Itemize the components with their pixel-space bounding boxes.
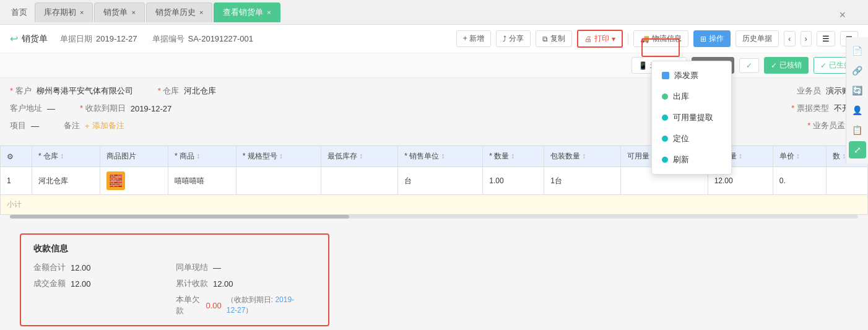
locate-item[interactable]: 定位 (652, 128, 731, 149)
copy-button[interactable]: ⧉ 复制 (536, 30, 572, 47)
print-icon: 🖨 (584, 35, 592, 43)
sidebar-user-icon[interactable]: 👤 (849, 102, 866, 119)
cell-sales-unit: 台 (398, 167, 483, 195)
same-order-label: 同单现结 (176, 262, 208, 273)
verified-button[interactable]: ✓ 已核销 (764, 57, 809, 74)
locate-label: 定位 (673, 133, 689, 144)
right-sidebar: 📄 🔗 🔄 👤 📋 ⤢ (846, 37, 868, 163)
col-spec: * 规格型号↕ (236, 146, 321, 167)
new-button[interactable]: + 新增 (456, 30, 491, 47)
window-close-icon[interactable]: × (839, 9, 846, 22)
cell-amount (826, 167, 867, 195)
transaction-value: 12.00 (71, 279, 91, 289)
doc-type-icon: ↩ (10, 33, 18, 45)
col-quantity: * 数量↕ (483, 146, 544, 167)
next-button[interactable]: › (801, 31, 812, 46)
tab-bar: 首页 库存期初 × 销货单 × 销货单历史 × 查看销货单 × × (0, 0, 868, 25)
warehouse-field: 仓库 河北仓库 (158, 85, 217, 97)
cell-index: 1 (1, 167, 32, 195)
doc-header: ↩ 销货单 单据日期 2019-12-27 单据编号 SA-20191227-0… (0, 25, 868, 53)
sidebar-expand-icon[interactable]: ⤢ (849, 141, 866, 158)
cell-product-name: 嘻嘻嘻嘻 (168, 167, 236, 195)
divider (628, 33, 628, 45)
doc-date-value: 2019-12-27 (96, 34, 137, 43)
tab-sales[interactable]: 销货单 × (94, 2, 144, 22)
doc-meta: 单据日期 2019-12-27 单据编号 SA-20191227-001 (60, 33, 444, 45)
truck-icon: 🚚 (640, 35, 649, 43)
print-button[interactable]: 🖨 打印 ▾ (577, 30, 623, 48)
note-field: 备注 + 添加备注 (64, 120, 124, 131)
customer-value: 柳州粤港平安气体有限公司 (37, 85, 133, 97)
settings-icon[interactable]: ⚙ (7, 152, 14, 161)
prev-button[interactable]: ‹ (784, 31, 795, 46)
sidebar-doc-icon[interactable]: 📄 (849, 42, 866, 59)
salesperson-label: 业务员孟 (807, 120, 845, 131)
staff-label: 业务员 (797, 85, 821, 97)
col-pack-qty: 包装数量↕ (544, 146, 621, 167)
cell-unit-price: 0. (773, 167, 826, 195)
tab-inventory[interactable]: 库存期初 × (35, 2, 93, 22)
close-tab-sales-history[interactable]: × (199, 9, 203, 16)
address-value: — (47, 104, 55, 113)
square-icon (662, 72, 669, 79)
doc-actions: + 新增 ⤴ 分享 ⧉ 复制 🖨 打印 ▾ 🚚 物流信息 ⊞ 操作 (456, 30, 858, 48)
subtotal-label: 小计 (1, 195, 868, 215)
warehouse-label: 仓库 (158, 85, 180, 97)
operations-button[interactable]: ⊞ 操作 (693, 30, 731, 47)
close-tab-view-sales[interactable]: × (267, 9, 271, 16)
address-label: 客户地址 (10, 103, 42, 114)
available-qty-item[interactable]: 可用量提取 (652, 107, 731, 128)
add-note-button[interactable]: + 添加备注 (85, 120, 124, 131)
payment-section: 收款信息 金额合计 12.00 同单现结 — 成交金额 12.00 累计收款 1… (20, 233, 329, 326)
table-wrapper: ⚙ * 仓库↕ 商品图片 * 商品↕ * 规格型号↕ 最低库存↕ * 销售单位↕… (0, 145, 868, 224)
col-product-img: 商品图片 (100, 146, 168, 167)
add-invoice-item[interactable]: 添发票 (652, 65, 731, 86)
horizontal-scrollbar[interactable] (10, 215, 858, 219)
note-label: 备注 (64, 120, 80, 131)
tab-sales-history[interactable]: 销货单历史 × (146, 2, 212, 22)
history-button[interactable]: 历史单据 (736, 30, 779, 47)
scroll-thumb[interactable] (10, 215, 349, 219)
tab-view-sales[interactable]: 查看销货单 × (214, 2, 280, 22)
plus-icon: + (85, 121, 90, 131)
logistics-button[interactable]: 🚚 物流信息 (633, 30, 688, 47)
address-field: 客户地址 — (10, 103, 55, 114)
dot-icon-2 (662, 115, 668, 121)
refresh-item[interactable]: 刷新 (652, 149, 731, 170)
add-note-label: 添加备注 (92, 120, 124, 131)
list-view-button[interactable]: ☰ (817, 31, 835, 46)
total-amount-value: 12.00 (71, 263, 91, 272)
add-invoice-label: 添发票 (674, 70, 698, 81)
close-tab-sales[interactable]: × (131, 9, 135, 16)
close-tab-inventory[interactable]: × (80, 9, 84, 16)
due-date: 2019-12-27 (227, 295, 294, 315)
ticket-type-label: 票据类型 (791, 103, 829, 114)
share-icon: ⤴ (503, 35, 506, 43)
copy-icon: ⧉ (542, 35, 548, 43)
col-sales-unit: * 销售单位↕ (398, 146, 483, 167)
doc-date-label: 单据日期 (60, 33, 92, 45)
phone-icon: 📱 (638, 61, 648, 70)
sidebar-link-icon[interactable]: 🔗 (849, 62, 866, 79)
sidebar-list-icon[interactable]: 📋 (849, 121, 866, 139)
cell-warehouse: 河北仓库 (32, 167, 100, 195)
doc-type-label: 销货单 (22, 33, 48, 45)
col-unit-price: 单价↕ (773, 146, 826, 167)
checkmark-button[interactable]: ✓ (739, 58, 759, 73)
due-item: 本单欠款 0.00 （收款到期日: 2019-12-27） (176, 294, 300, 316)
cell-pack-qty: 1台 (544, 167, 621, 195)
customer-label: 客户 (10, 85, 32, 97)
share-button[interactable]: ⤴ 分享 (496, 30, 531, 47)
status-row: 📱 来自手机 ● 未开票 ✓ ✓ 已核销 ✓ 已生效 (0, 53, 868, 78)
transaction-item: 成交金额 12.00 (33, 278, 157, 289)
col-settings[interactable]: ⚙ (1, 146, 32, 167)
sidebar-sync-icon[interactable]: 🔄 (849, 82, 866, 99)
dot-icon-4 (662, 157, 668, 163)
effective-icon: ✓ (820, 61, 827, 70)
tab-home[interactable]: 首页 (5, 3, 33, 22)
out-warehouse-item[interactable]: 出库 (652, 86, 731, 107)
same-order-item: 同单现结 — (176, 262, 300, 273)
dot-icon (662, 93, 668, 100)
table-row: 1 河北仓库 🧱 嘻嘻嘻嘻 台 1.00 1台 12.00 0. (1, 167, 868, 195)
project-value: — (31, 121, 39, 131)
